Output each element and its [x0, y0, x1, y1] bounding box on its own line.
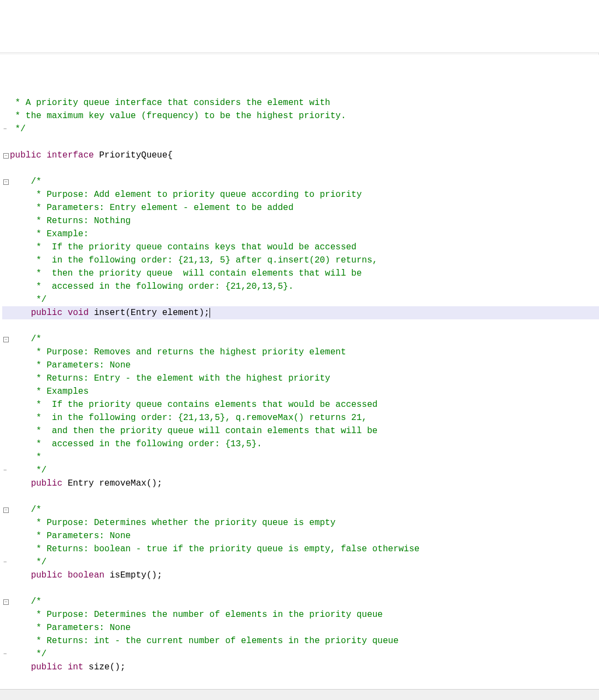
code-content[interactable]: * in the following order: {21,13,5}, q.r… — [10, 411, 367, 424]
code-line[interactable] — [2, 674, 599, 687]
code-line[interactable]: * Returns: Nothing — [2, 214, 599, 228]
code-content[interactable]: * Parameters: None — [10, 621, 131, 634]
code-line[interactable]: * Parameters: None — [2, 359, 599, 372]
code-content[interactable]: * in the following order: {21,13, 5} aft… — [10, 254, 377, 267]
code-line[interactable]: * Parameters: Entry element - element to… — [2, 201, 599, 214]
code-line[interactable]: * — [2, 451, 599, 464]
code-line[interactable]: * Returns: int - the current number of e… — [2, 634, 599, 648]
code-content[interactable]: public int size(); — [10, 661, 125, 674]
code-line[interactable]: * Returns: Entry - the element with the … — [2, 372, 599, 385]
code-line[interactable]: * the maximum key value (frequency) to b… — [2, 109, 599, 122]
token-punct: ) — [199, 308, 205, 318]
code-content[interactable]: * the maximum key value (frequency) to b… — [10, 109, 346, 122]
fold-gutter[interactable]: − — [3, 597, 10, 606]
code-line[interactable]: − */ — [2, 464, 599, 477]
code-content[interactable]: * accessed in the following order: {13,5… — [10, 438, 262, 451]
code-content[interactable]: public Entry removeMax(); — [10, 477, 162, 490]
code-content[interactable]: * then the priority queue will contain e… — [10, 267, 362, 280]
fold-gutter[interactable]: − — [3, 650, 10, 659]
code-line[interactable]: * Parameters: None — [2, 621, 599, 634]
code-line[interactable]: * in the following order: {21,13,5}, q.r… — [2, 411, 599, 424]
code-line[interactable] — [2, 490, 599, 503]
fold-collapse-icon[interactable]: − — [3, 599, 9, 605]
code-line[interactable]: * and then the priority queue will conta… — [2, 424, 599, 438]
code-line[interactable]: − /* — [2, 332, 599, 346]
code-line[interactable] — [2, 582, 599, 595]
code-line[interactable]: − */ — [2, 122, 599, 136]
code-line[interactable]: */ — [2, 293, 599, 306]
code-line[interactable]: * Examples — [2, 385, 599, 398]
fold-gutter[interactable]: − — [3, 151, 10, 160]
code-line[interactable]: −public interface PriorityQueue{ — [2, 149, 599, 162]
code-content[interactable]: * If the priority queue contains element… — [10, 398, 377, 411]
code-line[interactable]: * accessed in the following order: {13,5… — [2, 438, 599, 451]
code-content[interactable]: /* — [10, 175, 42, 188]
code-content[interactable]: * Parameters: None — [10, 529, 131, 542]
fold-gutter[interactable]: − — [3, 505, 10, 515]
code-line[interactable]: * Purpose: Determines whether the priori… — [2, 516, 599, 529]
code-content[interactable]: * — [10, 451, 42, 464]
code-content[interactable]: public void insert(Entry element); — [10, 306, 210, 319]
code-content[interactable]: * Returns: int - the current number of e… — [10, 634, 399, 648]
fold-collapse-icon[interactable]: − — [3, 153, 9, 159]
code-content[interactable]: * Example: — [10, 228, 89, 241]
fold-gutter[interactable]: − — [3, 125, 10, 134]
code-line[interactable]: * then the priority queue will contain e… — [2, 267, 599, 280]
code-content[interactable]: * Purpose: Add element to priority queue… — [10, 188, 362, 201]
code-line[interactable]: − /* — [2, 503, 599, 516]
code-line[interactable]: − /* — [2, 595, 599, 608]
code-line[interactable]: public int size(); — [2, 661, 599, 674]
code-content[interactable]: */ — [10, 648, 46, 661]
code-content[interactable]: * Examples — [10, 385, 89, 398]
code-line[interactable]: * Purpose: Determines the number of elem… — [2, 608, 599, 621]
fold-collapse-icon[interactable]: − — [3, 508, 9, 513]
code-content[interactable]: * A priority queue interface that consid… — [10, 96, 330, 109]
code-content[interactable]: public boolean isEmpty(); — [10, 569, 162, 582]
code-line[interactable]: − */ — [2, 648, 599, 661]
code-content[interactable]: * accessed in the following order: {21,2… — [10, 280, 293, 293]
code-line[interactable]: * accessed in the following order: {21,2… — [2, 280, 599, 293]
code-content[interactable]: * Purpose: Determines the number of elem… — [10, 608, 383, 621]
code-content[interactable]: /* — [10, 332, 42, 346]
code-line[interactable]: * If the priority queue contains element… — [2, 398, 599, 411]
fold-gutter[interactable]: − — [3, 558, 10, 567]
code-line[interactable]: * If the priority queue contains keys th… — [2, 241, 599, 254]
code-line[interactable]: * Purpose: Add element to priority queue… — [2, 188, 599, 201]
code-content[interactable]: */ — [10, 556, 46, 569]
code-content[interactable]: * Returns: boolean - true if the priorit… — [10, 542, 420, 556]
code-content[interactable]: * Purpose: Removes and returns the highe… — [10, 346, 346, 359]
code-content[interactable]: * and then the priority queue will conta… — [10, 424, 377, 438]
code-line[interactable]: public boolean isEmpty(); — [2, 569, 599, 582]
code-line[interactable] — [2, 319, 599, 332]
code-line[interactable] — [2, 162, 599, 175]
fold-collapse-icon[interactable]: − — [3, 337, 9, 342]
code-line[interactable]: * Returns: boolean - true if the priorit… — [2, 542, 599, 556]
code-content[interactable]: * Returns: Nothing — [10, 214, 131, 228]
code-line[interactable]: * Parameters: None — [2, 529, 599, 542]
code-content[interactable]: /* — [10, 595, 42, 608]
code-line[interactable] — [2, 136, 599, 149]
code-line[interactable]: − /* — [2, 175, 599, 188]
code-content[interactable]: * Parameters: None — [10, 359, 131, 372]
code-line[interactable]: − */ — [2, 556, 599, 569]
code-line[interactable]: public Entry removeMax(); — [2, 477, 599, 490]
fold-gutter[interactable]: − — [3, 466, 10, 475]
code-line[interactable]: * Purpose: Removes and returns the highe… — [2, 346, 599, 359]
code-line[interactable]: * A priority queue interface that consid… — [2, 96, 599, 109]
fold-gutter[interactable]: − — [3, 335, 10, 344]
fold-collapse-icon[interactable]: − — [3, 179, 9, 185]
code-content[interactable]: * If the priority queue contains keys th… — [10, 241, 357, 254]
code-line[interactable]: public void insert(Entry element); — [2, 306, 599, 319]
code-editor[interactable]: * A priority queue interface that consid… — [0, 81, 599, 700]
code-line[interactable]: * in the following order: {21,13, 5} aft… — [2, 254, 599, 267]
code-content[interactable]: */ — [10, 293, 46, 306]
code-content[interactable]: * Returns: Entry - the element with the … — [10, 372, 330, 385]
code-content[interactable]: */ — [10, 464, 46, 477]
code-line[interactable]: * Example: — [2, 228, 599, 241]
code-content[interactable]: /* — [10, 503, 42, 516]
code-content[interactable]: * Parameters: Entry element - element to… — [10, 201, 293, 214]
code-content[interactable]: public interface PriorityQueue{ — [10, 149, 173, 162]
code-content[interactable]: */ — [10, 122, 26, 136]
fold-gutter[interactable]: − — [3, 177, 10, 186]
code-content[interactable]: * Purpose: Determines whether the priori… — [10, 516, 335, 529]
